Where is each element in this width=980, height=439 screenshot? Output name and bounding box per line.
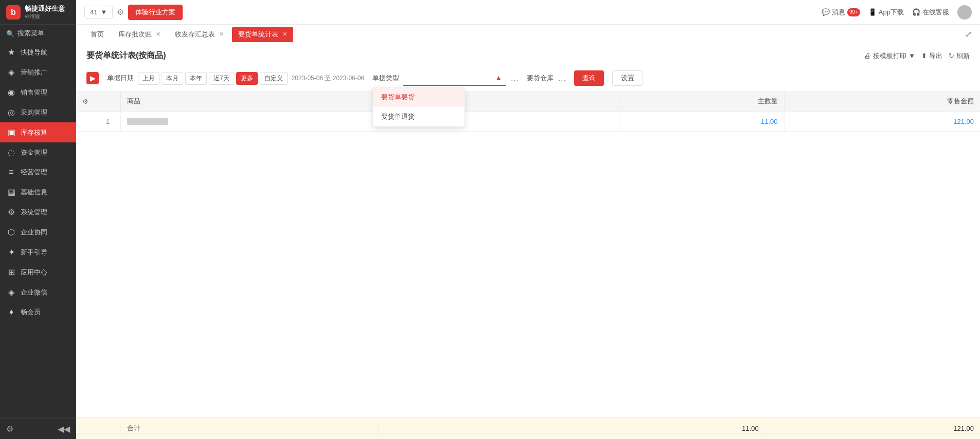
footer-quantity: 11.00 xyxy=(550,423,765,434)
sidebar-item-purchase[interactable]: ◎采购管理 xyxy=(0,102,76,122)
sidebar-item-label: 采购管理 xyxy=(21,108,47,117)
print-btn[interactable]: 🖨 按模板打印 ▼ xyxy=(864,51,915,61)
sidebar-settings-icon[interactable]: ⚙ xyxy=(6,424,13,434)
topbar: 41 ▼ ⚙ 体验行业方案 💬 消息 99+ 📱 App下载 🎧 在线客服 xyxy=(76,0,980,25)
service-btn[interactable]: 🎧 在线客服 xyxy=(912,8,949,17)
marketing-icon: ◈ xyxy=(6,67,16,77)
tab-label: 收发存汇总表 xyxy=(175,30,215,39)
sidebar-collapse-icon[interactable]: ◀◀ xyxy=(58,424,70,434)
finance-icon: ◌ xyxy=(6,148,16,157)
mobile-icon: 📱 xyxy=(868,8,877,16)
filter-expand-btn[interactable]: ▶ xyxy=(86,72,99,84)
table-container: ⚙ 商品 主计量单位 主数量 零售金额 1 xyxy=(76,92,980,417)
th-index xyxy=(95,92,121,112)
tab-label: 要货单统计表 xyxy=(238,30,278,39)
td-index: 1 xyxy=(95,112,121,132)
messages-btn[interactable]: 💬 消息 99+ xyxy=(822,8,860,17)
td-quantity[interactable]: 11.00 xyxy=(620,112,784,132)
sidebar-item-basic-info[interactable]: ▦基础信息 xyxy=(0,182,76,202)
sidebar-item-app-center[interactable]: ⊞应用中心 xyxy=(0,262,76,282)
sidebar: b 畅捷通好生意 标准版 🔍 搜索菜单 ★快捷导航◈营销推广◉销售管理◎采购管理… xyxy=(0,0,76,439)
sidebar-item-guide[interactable]: ✦新手引导 xyxy=(0,242,76,262)
footer-table: 合计 11.00 121.00 xyxy=(76,423,980,434)
th-amount: 零售金额 xyxy=(784,92,980,112)
page-actions: 🖨 按模板打印 ▼ ⬆ 导出 ↻ 刷新 xyxy=(864,51,970,61)
user-avatar[interactable] xyxy=(957,5,972,20)
refresh-btn[interactable]: ↻ 刷新 xyxy=(949,51,970,61)
sidebar-item-label: 资金管理 xyxy=(21,148,47,157)
th-quantity: 主数量 xyxy=(620,92,784,112)
date-btn-custom[interactable]: 自定义 xyxy=(260,72,288,85)
sidebar-item-wechat[interactable]: ◈企业微信 xyxy=(0,282,76,302)
headset-icon: 🎧 xyxy=(912,8,920,16)
th-goods: 商品 xyxy=(121,92,390,112)
branch-selector[interactable]: 41 ▼ xyxy=(84,6,113,19)
sidebar-item-label: 畅会员 xyxy=(21,307,41,317)
sidebar-item-inventory[interactable]: ▣库存核算 xyxy=(0,122,76,142)
app-download-btn[interactable]: 📱 App下载 xyxy=(868,8,904,17)
table-footer: 合计 11.00 121.00 xyxy=(76,417,980,439)
export-icon: ⬆ xyxy=(921,52,927,60)
tab-receivable-summary[interactable]: 收发存汇总表 ✕ xyxy=(169,27,230,42)
basic-info-icon: ▦ xyxy=(6,187,16,197)
warehouse-more-icon[interactable]: … xyxy=(558,74,566,83)
sidebar-item-label: 企业协同 xyxy=(21,228,47,237)
app-center-icon: ⊞ xyxy=(6,267,16,277)
tab-close-active-icon[interactable]: ✕ xyxy=(282,31,287,38)
tab-order-summary[interactable]: 要货单统计表 ✕ xyxy=(232,27,293,42)
type-more-icon[interactable]: … xyxy=(510,74,519,83)
print-icon: 🖨 xyxy=(864,52,871,60)
sidebar-item-label: 库存核算 xyxy=(21,128,47,137)
trial-btn[interactable]: 体验行业方案 xyxy=(128,5,183,20)
tab-expand-icon[interactable]: ⤢ xyxy=(965,29,972,39)
tab-close-icon[interactable]: ✕ xyxy=(156,31,161,38)
date-btn-7days[interactable]: 近7天 xyxy=(209,72,234,85)
sidebar-item-system[interactable]: ⚙系统管理 xyxy=(0,202,76,222)
sidebar-item-label: 系统管理 xyxy=(21,208,47,217)
dropdown-item-order-goods[interactable]: 要货单要货 xyxy=(373,87,465,107)
date-btn-this-year[interactable]: 本年 xyxy=(185,72,207,85)
date-label: 单据日期 xyxy=(107,74,134,83)
th-settings[interactable]: ⚙ xyxy=(76,92,95,112)
tab-bar: 首页 库存批次账 ✕ 收发存汇总表 ✕ 要货单统计表 ✕ ⤢ xyxy=(76,25,980,44)
sidebar-item-finance[interactable]: ◌资金管理 xyxy=(0,142,76,162)
topbar-settings-icon[interactable]: ⚙ xyxy=(117,7,124,17)
chevron-up-icon: ▲ xyxy=(495,74,502,82)
sidebar-item-operations[interactable]: ≡经营管理 xyxy=(0,162,76,182)
sidebar-logo: b 畅捷通好生意 标准版 xyxy=(0,0,76,25)
sidebar-item-label: 营销推广 xyxy=(21,68,47,77)
sidebar-footer: ⚙ ◀◀ xyxy=(0,418,76,439)
topbar-left: 41 ▼ ⚙ 体验行业方案 xyxy=(84,5,183,20)
settings-btn[interactable]: 设置 xyxy=(612,70,643,86)
sidebar-item-label: 经营管理 xyxy=(21,168,47,177)
sidebar-search[interactable]: 🔍 搜索菜单 xyxy=(0,25,76,42)
tab-close-icon[interactable]: ✕ xyxy=(219,31,224,38)
type-select[interactable]: ▲ xyxy=(403,70,506,86)
sidebar-item-label: 快捷导航 xyxy=(21,48,47,57)
sidebar-nav: ★快捷导航◈营销推广◉销售管理◎采购管理▣库存核算◌资金管理≡经营管理▦基础信息… xyxy=(0,42,76,418)
date-btn-more[interactable]: 更多 xyxy=(236,72,258,85)
sidebar-item-membership[interactable]: ♦畅会员 xyxy=(0,302,76,322)
sidebar-item-marketing[interactable]: ◈营销推广 xyxy=(0,62,76,82)
tab-home[interactable]: 首页 xyxy=(84,27,110,42)
tab-inventory-batch[interactable]: 库存批次账 ✕ xyxy=(112,27,167,42)
system-icon: ⚙ xyxy=(6,207,16,217)
app-logo-icon: b xyxy=(6,5,21,20)
message-icon: 💬 xyxy=(822,8,830,16)
sidebar-item-sales[interactable]: ◉销售管理 xyxy=(0,82,76,102)
table-row: 1 块 11.00 121.00 xyxy=(76,112,980,132)
td-amount[interactable]: 121.00 xyxy=(784,112,980,132)
date-btn-this-month[interactable]: 本月 xyxy=(162,72,183,85)
page-header: 要货单统计表(按商品) 🖨 按模板打印 ▼ ⬆ 导出 ↻ 刷新 xyxy=(76,44,980,65)
sidebar-item-label: 销售管理 xyxy=(21,88,47,97)
td-settings xyxy=(76,112,95,132)
export-btn[interactable]: ⬆ 导出 xyxy=(921,51,942,61)
page-title: 要货单统计表(按商品) xyxy=(86,50,166,61)
operations-icon: ≡ xyxy=(6,168,16,177)
sidebar-item-cooperation[interactable]: ⬡企业协同 xyxy=(0,222,76,242)
date-btn-last-month[interactable]: 上月 xyxy=(138,72,159,85)
branch-value: 41 xyxy=(90,8,97,16)
sidebar-item-quick-nav[interactable]: ★快捷导航 xyxy=(0,42,76,62)
query-btn[interactable]: 查询 xyxy=(574,70,604,86)
dropdown-item-order-return[interactable]: 要货单退货 xyxy=(373,107,465,126)
